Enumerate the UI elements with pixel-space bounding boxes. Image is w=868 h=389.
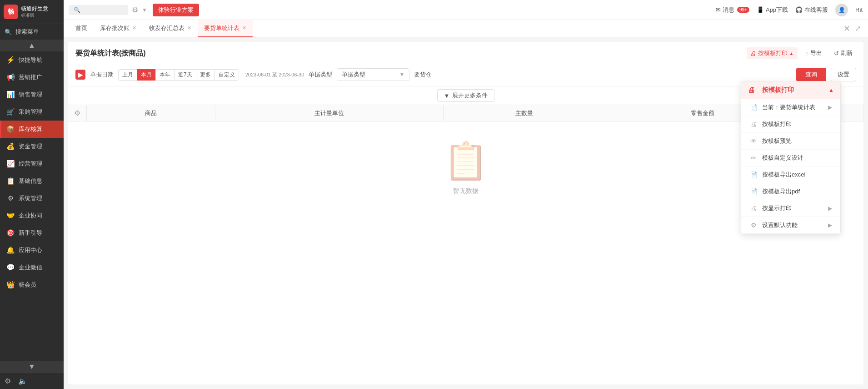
sidebar-item-label: 经营管理 [19, 160, 42, 168]
settings-btn[interactable]: 设置 [831, 68, 856, 81]
dropdown-export-excel-label: 按模板导出excel [762, 171, 805, 179]
sidebar-item-label: 企业协同 [19, 212, 42, 220]
dropdown-current-template[interactable]: 📄 当前：要货单统计表 ▶ [741, 99, 840, 116]
col-unit: 主计量单位 [215, 105, 443, 121]
basic-icon: 📋 [6, 177, 15, 185]
sidebar-search[interactable]: 🔍 搜索菜单 [0, 24, 64, 40]
close-all-tabs-btn[interactable]: ✕ [841, 24, 853, 34]
refresh-btn[interactable]: ↺ 刷新 [830, 47, 856, 59]
dropdown-display-arrow-icon: ▶ [828, 205, 832, 212]
user-avatar[interactable]: 👤 [835, 4, 848, 16]
topbar-right: ✉ 消息 99+ 📱 App下载 🎧 在线客服 👤 Rit [716, 4, 863, 16]
export-btn[interactable]: ↑ 导出 [802, 47, 826, 59]
sidebar-item-inventory[interactable]: 📦 库存核算 [0, 121, 64, 138]
topbar-search-box[interactable]: 🔍 [69, 5, 128, 15]
app-download-btn[interactable]: 📱 App下载 [757, 6, 788, 14]
empty-text: 暂无数据 [453, 187, 479, 195]
tab-order-stats-label: 要货单统计表 [204, 24, 239, 32]
tab-order-stats-close[interactable]: ✕ [242, 25, 246, 31]
date-filter-label: 单据日期 [90, 71, 114, 79]
date-btn-last-month[interactable]: 上月 [118, 69, 137, 81]
dropdown-current-arrow-icon: ▶ [828, 104, 832, 111]
page-title: 要货单统计表(按商品) [75, 49, 146, 58]
sidebar-item-purchase[interactable]: 🛒 采购管理 [0, 103, 64, 121]
dropdown-print-template[interactable]: 🖨 按模板打印 [741, 116, 840, 133]
print-template-btn[interactable]: 🖨 按模板打印 ▲ [747, 47, 798, 59]
sidebar-item-enterprise[interactable]: 🤝 企业协同 [0, 207, 64, 224]
sales-icon: 📊 [6, 91, 15, 99]
expand-more-btn[interactable]: ▼ 展开更多条件 [437, 89, 495, 102]
sidebar-item-sales[interactable]: 📊 销售管理 [0, 86, 64, 103]
date-btn-more[interactable]: 更多 [196, 69, 215, 81]
print-chevron-up-icon: ▲ [789, 51, 794, 56]
sidebar-item-label: 基础信息 [19, 177, 42, 185]
messages-btn[interactable]: ✉ 消息 99+ [716, 6, 749, 14]
topbar-search-icon: 🔍 [74, 7, 80, 13]
dropdown-header[interactable]: 🖨 按模板打印 ▲ [741, 81, 840, 99]
sidebar-item-guide[interactable]: 🎯 新手引导 [0, 224, 64, 242]
system-icon: ⚙ [6, 194, 15, 202]
dropdown-excel-icon: 📄 [749, 171, 758, 178]
sidebar-item-label: 销售管理 [19, 91, 42, 99]
filter-expand-btn[interactable]: ▶ [75, 70, 85, 80]
page-content: 要货单统计表(按商品) 🖨 按模板打印 ▲ ↑ 导出 ↺ 刷新 [64, 37, 868, 389]
tab-batch-account[interactable]: 库存批次账 ✕ [94, 20, 143, 37]
page-header: 要货单统计表(按商品) 🖨 按模板打印 ▲ ↑ 导出 ↺ 刷新 [68, 42, 863, 63]
tab-batch-account-close[interactable]: ✕ [132, 25, 136, 31]
dropdown-export-pdf[interactable]: 📄 按模板导出pdf [741, 183, 840, 200]
sidebar-item-label: 采购管理 [19, 108, 42, 116]
dropdown-default-func[interactable]: ⚙ 设置默认功能 ▶ [741, 217, 840, 234]
dropdown-display-print[interactable]: 🖨 按显示打印 ▶ [741, 200, 840, 217]
dropdown-custom-template[interactable]: ✏ 模板自定义设计 [741, 150, 840, 167]
sidebar-item-label: 资金管理 [19, 142, 42, 151]
app-name-block: 畅通好生意 标准版 [21, 5, 48, 19]
type-select[interactable]: 单据类型 ▼ [337, 68, 409, 81]
topbar-dropdown-arrow[interactable]: ▼ [142, 7, 147, 13]
sidebar-item-label: 库存核算 [19, 125, 42, 133]
sidebar-item-quick-nav[interactable]: ⚡ 快捷导航 [0, 51, 64, 69]
sidebar-scroll-up[interactable]: ▲ [0, 40, 64, 51]
sidebar-item-finance[interactable]: 💰 资金管理 [0, 138, 64, 155]
dropdown-custom-label: 模板自定义设计 [762, 154, 803, 162]
sidebar-scroll-down[interactable]: ▼ [0, 361, 64, 373]
topbar: 🔍 ⚙ ▼ 体验行业方案 ✉ 消息 99+ 📱 App下载 🎧 在线客服 👤 [64, 0, 868, 20]
page-header-actions: 🖨 按模板打印 ▲ ↑ 导出 ↺ 刷新 [747, 47, 856, 59]
sidebar-item-wechat[interactable]: 💬 企业微信 [0, 259, 64, 276]
message-icon: ✉ [716, 6, 721, 13]
audio-icon[interactable]: 🔈 [18, 377, 27, 385]
date-options: 上月 本月 本年 近7天 更多 自定义 [118, 69, 239, 81]
sidebar-item-basic[interactable]: 📋 基础信息 [0, 172, 64, 190]
sidebar-item-appstore[interactable]: 🔔 应用中心 [0, 242, 64, 259]
topbar-settings-icon[interactable]: ⚙ [132, 5, 138, 14]
tab-order-stats[interactable]: 要货单统计表 ✕ [198, 20, 253, 37]
appstore-icon: 🔔 [6, 246, 15, 254]
tabs-expand-btn[interactable]: ⤢ [853, 24, 863, 33]
sidebar-item-marketing[interactable]: 📢 营销推广 [0, 69, 64, 86]
date-btn-this-year[interactable]: 本年 [155, 69, 174, 81]
dropdown-export-excel[interactable]: 📄 按模板导出excel [741, 167, 840, 183]
app-name: 畅通好生意 [21, 5, 48, 13]
sidebar-item-operation[interactable]: 📈 经营管理 [0, 155, 64, 172]
trial-btn[interactable]: 体验行业方案 [153, 4, 199, 16]
online-service-btn[interactable]: 🎧 在线客服 [795, 6, 828, 14]
table-column-settings-icon[interactable]: ⚙ [74, 109, 80, 117]
inventory-icon: 📦 [6, 125, 15, 133]
tab-receipt-summary[interactable]: 收发存汇总表 ✕ [143, 20, 198, 37]
sidebar-item-member[interactable]: 👑 畅会员 [0, 276, 64, 293]
sidebar-item-system[interactable]: ⚙ 系统管理 [0, 190, 64, 207]
settings-icon[interactable]: ⚙ [5, 377, 11, 385]
type-select-placeholder: 单据类型 [342, 71, 365, 79]
export-icon: ↑ [806, 50, 809, 57]
dropdown-current-icon: 📄 [749, 104, 758, 111]
date-btn-custom[interactable]: 自定义 [215, 69, 239, 81]
expand-more-label: 展开更多条件 [452, 91, 488, 100]
sidebar-item-label: 新手引导 [19, 229, 42, 237]
dropdown-preview-label: 按模板预览 [762, 137, 792, 145]
date-range-display: 2023-06-01 至 2023-06-30 [245, 71, 304, 78]
tab-home[interactable]: 首页 [69, 20, 94, 37]
date-btn-this-month[interactable]: 本月 [137, 69, 155, 81]
dropdown-preview-template[interactable]: 👁 按模板预览 [741, 133, 840, 150]
tab-receipt-summary-close[interactable]: ✕ [187, 25, 191, 31]
query-btn[interactable]: 查询 [796, 68, 826, 81]
date-btn-7days[interactable]: 近7天 [174, 69, 196, 81]
